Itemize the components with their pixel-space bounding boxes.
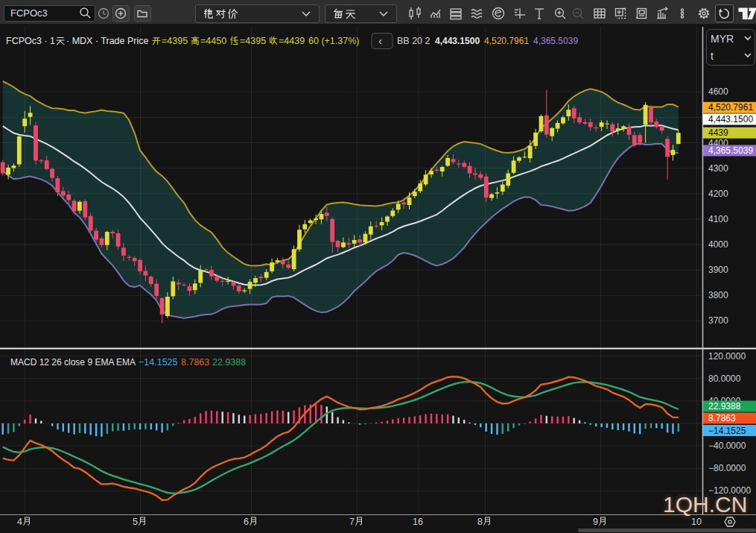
svg-text:3900: 3900 bbox=[708, 265, 728, 275]
svg-text:8.7863: 8.7863 bbox=[181, 357, 209, 368]
svg-text:4,520.7961: 4,520.7961 bbox=[484, 36, 529, 46]
svg-text:9: 9 bbox=[593, 517, 598, 527]
svg-text:8.7863: 8.7863 bbox=[708, 413, 736, 423]
svg-text:=4395: =4395 bbox=[240, 36, 266, 46]
svg-text:MACD 12 26 close 9 EMA EMA: MACD 12 26 close 9 EMA EMA bbox=[10, 357, 136, 368]
svg-text:120.0000: 120.0000 bbox=[708, 351, 746, 362]
svg-text:4600: 4600 bbox=[708, 86, 728, 97]
svg-text:22.9388: 22.9388 bbox=[212, 357, 246, 368]
svg-text:=4450: =4450 bbox=[200, 36, 226, 46]
svg-text:6: 6 bbox=[244, 517, 249, 527]
svg-text:−14.1525: −14.1525 bbox=[139, 357, 178, 368]
svg-text:−40.0000: −40.0000 bbox=[708, 441, 746, 451]
svg-text:4,443.1500: 4,443.1500 bbox=[435, 36, 480, 46]
svg-text:3800: 3800 bbox=[708, 290, 728, 300]
svg-text:BB 20 2: BB 20 2 bbox=[397, 36, 431, 46]
svg-text:10: 10 bbox=[691, 517, 702, 527]
svg-text:8: 8 bbox=[477, 517, 483, 527]
svg-text:22.9388: 22.9388 bbox=[708, 401, 741, 411]
svg-text:4,365.5039: 4,365.5039 bbox=[533, 36, 578, 46]
svg-text:4300: 4300 bbox=[708, 163, 728, 174]
svg-text:4,520.7961: 4,520.7961 bbox=[708, 102, 753, 113]
svg-text:4,365.5039: 4,365.5039 bbox=[708, 145, 753, 156]
svg-text:FCPOc3 · 1: FCPOc3 · 1 bbox=[6, 36, 55, 46]
svg-text:=4439: =4439 bbox=[279, 36, 305, 46]
svg-text:4: 4 bbox=[17, 517, 22, 527]
svg-text:−14.1525: −14.1525 bbox=[708, 426, 746, 436]
svg-text:7: 7 bbox=[349, 517, 355, 527]
svg-text:80.0000: 80.0000 bbox=[708, 373, 741, 384]
svg-text:4,443.1500: 4,443.1500 bbox=[708, 114, 753, 124]
svg-text:3700: 3700 bbox=[708, 315, 728, 326]
svg-text:4100: 4100 bbox=[708, 214, 728, 224]
svg-text:t: t bbox=[711, 50, 714, 62]
svg-text:−80.0000: −80.0000 bbox=[708, 463, 746, 473]
svg-text:‹: ‹ bbox=[378, 34, 382, 47]
svg-text:=4395: =4395 bbox=[162, 36, 188, 46]
svg-text:60 (+1.37%): 60 (+1.37%) bbox=[308, 36, 359, 46]
svg-text:· MDX · Trade Price: · MDX · Trade Price bbox=[66, 36, 148, 46]
svg-text:16: 16 bbox=[413, 517, 423, 527]
svg-text:1QH.CN: 1QH.CN bbox=[663, 492, 747, 517]
svg-text:5: 5 bbox=[133, 517, 138, 527]
svg-text:MYR: MYR bbox=[711, 33, 734, 45]
svg-text:4200: 4200 bbox=[708, 189, 728, 199]
svg-text:4000: 4000 bbox=[708, 239, 728, 250]
svg-text:4439: 4439 bbox=[708, 127, 728, 138]
